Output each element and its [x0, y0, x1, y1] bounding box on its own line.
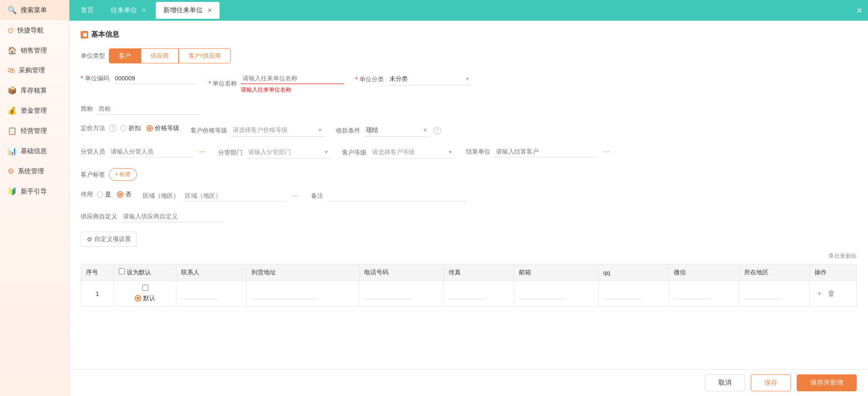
batch-delete-label[interactable]: 批量删除 — [834, 252, 857, 260]
unit-type-customer[interactable]: 客户 — [109, 48, 141, 63]
add-tag-button[interactable]: + 标签 — [109, 168, 137, 181]
department-select[interactable]: 请输入分管部门 ▼ — [246, 146, 331, 159]
radio-no-dot — [117, 191, 123, 198]
unit-name-col: 请输入往来单位名称 — [241, 73, 344, 94]
unit-name-input[interactable] — [241, 73, 344, 84]
sales-icon: 🏠 — [8, 46, 17, 55]
unit-name-label: 单位名称 — [209, 79, 237, 88]
form-footer: 取消 保存 保存并新增 — [69, 369, 868, 396]
payment-terms-select[interactable]: 现结 ▼ — [364, 124, 430, 137]
save-button[interactable]: 保存 — [751, 374, 791, 391]
unit-category-select[interactable]: 未分类 ▼ — [388, 73, 472, 85]
sidebar-item-guide[interactable]: 🔰 新手引导 — [0, 181, 69, 202]
add-row-icon[interactable]: + — [815, 289, 824, 298]
region-more-icon[interactable]: ··· — [290, 192, 300, 200]
tab-partners[interactable]: 往来单位 ✕ — [103, 2, 154, 19]
chevron-down-icon-2: ▼ — [317, 127, 323, 133]
action-group: + 🗑 — [815, 289, 852, 298]
tab-partners-label: 往来单位 — [111, 6, 137, 15]
qq-input[interactable] — [603, 288, 641, 299]
customer-level-placeholder: 请选择客户等级 — [372, 148, 445, 156]
sidebar-item-sales[interactable]: 🏠 销售管理 — [0, 40, 69, 61]
unit-category-group: 单位分类 未分类 ▼ — [355, 73, 472, 85]
manager-input[interactable] — [109, 146, 193, 157]
chevron-down-icon-3: ▼ — [422, 127, 428, 133]
pricing-help-icon[interactable]: ? — [109, 124, 116, 132]
save-new-button[interactable]: 保存并新增 — [797, 374, 857, 391]
tab-new-partner[interactable]: 新增往来单位 ✕ — [156, 2, 220, 19]
radio-disabled-no[interactable]: 否 — [117, 190, 131, 199]
section-title-icon: ▣ — [81, 31, 88, 39]
customer-level-label: 客户等级 — [342, 148, 366, 157]
customer-price-placeholder: 请选择客户价格等级 — [233, 126, 315, 134]
sidebar-item-basic[interactable]: 📊 基础信息 — [0, 141, 69, 161]
payment-help-icon[interactable]: ? — [434, 127, 441, 134]
unit-type-label: 单位类型 — [81, 52, 105, 60]
sidebar-item-finance[interactable]: 💰 资金管理 — [0, 101, 69, 121]
unit-category-label: 单位分类 — [355, 75, 384, 84]
region-label: 区域（地区） — [143, 192, 179, 200]
remark-input[interactable] — [327, 190, 468, 202]
window-close-button[interactable]: ✕ — [856, 6, 862, 15]
email-input[interactable] — [519, 288, 566, 299]
payment-terms-value: 现结 — [366, 126, 420, 134]
contact-input[interactable] — [181, 288, 219, 299]
radio-yes-dot — [97, 191, 103, 198]
default-radio[interactable]: 默认 — [119, 294, 171, 303]
cancel-button[interactable]: 取消 — [705, 374, 745, 391]
select-all-checkbox[interactable] — [119, 268, 125, 274]
tab-new-partner-close[interactable]: ✕ — [207, 7, 212, 14]
tab-home[interactable]: 首页 — [73, 2, 101, 19]
radio-price-level[interactable]: 价格等级 — [146, 124, 179, 132]
wechat-input[interactable] — [674, 288, 711, 299]
unit-code-input[interactable] — [113, 73, 198, 84]
radio-discount[interactable]: 折扣 — [120, 124, 141, 132]
region-table-input[interactable] — [744, 288, 782, 299]
radio-discount-label: 折扣 — [129, 124, 141, 132]
abbreviation-input[interactable] — [97, 103, 200, 115]
sidebar-item-system[interactable]: ⚙ 系统管理 — [0, 161, 69, 181]
phone-input[interactable] — [364, 288, 411, 299]
unit-code-group: 单位编码 — [81, 73, 198, 84]
customer-tag-row: 客户标签 + 标签 — [81, 168, 857, 181]
unit-type-both[interactable]: 客户/供应商 — [179, 48, 231, 63]
sidebar-item-quicknav[interactable]: ⊙ 快捷导航 — [0, 20, 69, 40]
cell-phone — [359, 281, 443, 307]
table-header-row: 序号 设为默认 联系人 到货地址 电话号码 传真 邮箱 qq 微信 所在地区 — [81, 264, 857, 281]
pricing-row: 定价方法 ? 折扣 价格等级 客户价格等级 请选择客户价格等级 — [81, 124, 857, 137]
row-checkbox[interactable] — [142, 285, 148, 291]
default-radio-dot — [135, 295, 141, 302]
tab-bar: 首页 往来单位 ✕ 新增往来单位 ✕ ✕ — [69, 0, 868, 21]
payment-terms-group: 收款条件 现结 ▼ ? — [336, 124, 441, 137]
unit-type-supplier[interactable]: 供应商 — [141, 48, 179, 63]
sidebar-item-purchase[interactable]: 🛍 采购管理 — [0, 61, 69, 80]
col-contact: 联系人 — [176, 264, 247, 281]
sidebar-item-label: 搜索菜单 — [21, 6, 47, 15]
settlement-more-icon[interactable]: ··· — [601, 148, 611, 156]
radio-discount-dot — [120, 125, 127, 132]
department-label: 分管部门 — [218, 148, 243, 157]
radio-disabled-yes[interactable]: 是 — [97, 190, 111, 199]
customer-price-select[interactable]: 请选择客户价格等级 ▼ — [231, 124, 325, 137]
custom-settings-button[interactable]: ⚙ 自定义项设置 — [81, 232, 137, 247]
delete-row-icon[interactable]: 🗑 — [827, 289, 836, 298]
disabled-group: 停用 是 否 — [81, 190, 131, 199]
fax-input[interactable] — [449, 288, 486, 299]
region-input[interactable] — [183, 190, 286, 202]
supplier-custom-input[interactable] — [121, 211, 224, 222]
sidebar-item-operations[interactable]: 📋 经营管理 — [0, 121, 69, 141]
cell-fax — [443, 281, 514, 307]
settlement-unit-group: 结算单位 ··· — [466, 146, 611, 157]
table-row: 1 默认 — [81, 281, 857, 307]
sidebar-item-search[interactable]: 🔍 搜索菜单 — [0, 0, 69, 20]
customer-level-select[interactable]: 请选择客户等级 ▼ — [370, 146, 455, 159]
settlement-unit-input[interactable] — [494, 146, 597, 157]
manager-more-icon[interactable]: ··· — [197, 148, 207, 156]
sidebar-item-inventory[interactable]: 📦 库存核算 — [0, 80, 69, 101]
unit-name-group: 单位名称 请输入往来单位名称 — [209, 73, 344, 94]
region-group: 区域（地区） ··· — [143, 190, 300, 202]
department-placeholder: 请输入分管部门 — [248, 148, 321, 156]
tab-partners-close[interactable]: ✕ — [142, 7, 146, 14]
search-icon: 🔍 — [8, 6, 17, 15]
address-input[interactable] — [251, 288, 317, 299]
